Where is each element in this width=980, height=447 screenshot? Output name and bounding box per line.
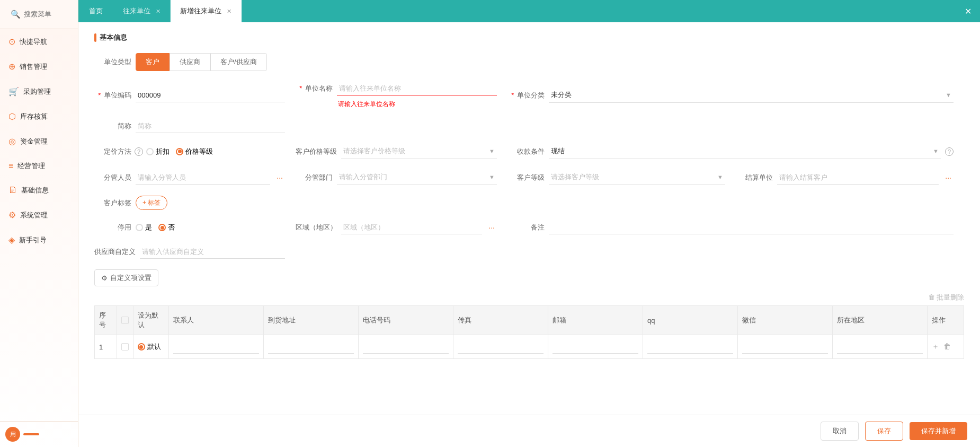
cell-contact[interactable] [169, 335, 264, 359]
form-content: 基本信息 单位类型 客户 供应商 客户/供应商 * 单位编码 [78, 22, 980, 415]
manager-more-btn[interactable]: ··· [274, 173, 285, 182]
row-fax-input[interactable] [458, 340, 544, 354]
row-wechat-input[interactable] [742, 340, 828, 354]
sidebar-item-basic[interactable]: 🖹 基础信息 [0, 178, 78, 203]
department-arrow: ▼ [489, 174, 495, 180]
tab-add-vendor[interactable]: 新增往来单位 ✕ [171, 0, 242, 22]
sidebar-item-purchase[interactable]: 🛒 采购管理 [0, 79, 78, 104]
add-tag-button[interactable]: + 标签 [136, 196, 167, 210]
tabs-bar: 首页 往来单位 ✕ 新增往来单位 ✕ ✕ [78, 0, 980, 22]
radio-discount-label: 折扣 [156, 147, 170, 156]
short-name-input[interactable] [136, 119, 285, 133]
unit-type-buttons: 客户 供应商 客户/供应商 [136, 53, 267, 71]
pricing-help-icon[interactable]: ? [135, 147, 143, 156]
sidebar-item-operation[interactable]: ≡ 经营管理 [0, 154, 78, 178]
department-placeholder: 请输入分管部门 [339, 172, 489, 182]
cell-region[interactable] [832, 335, 927, 359]
radio-level-circle [176, 148, 183, 155]
purchase-icon: 🛒 [8, 86, 19, 97]
type-btn-customer[interactable]: 客户 [136, 53, 170, 71]
type-btn-both[interactable]: 客户/供应商 [210, 53, 267, 71]
delete-row-icon[interactable]: 🗑 [943, 342, 951, 352]
payment-terms-help-icon[interactable]: ? [945, 147, 954, 156]
cell-phone[interactable] [359, 335, 453, 359]
table-body: 1 默认 [95, 335, 964, 359]
custom-settings-button[interactable]: ⚙ 自定义项设置 [94, 269, 158, 286]
customer-level-select[interactable]: 请选择客户等级 ▼ [549, 170, 725, 185]
customer-tag-group: 客户标签 + 标签 [94, 196, 964, 210]
add-row-icon[interactable]: ＋ [932, 342, 939, 352]
pricing-radio-group: 折扣 价格等级 [146, 147, 213, 156]
payment-terms-group: 收款条件 现结 ▼ ? [507, 144, 964, 159]
customer-level-group: 客户等级 请选择客户等级 ▼ [507, 170, 736, 185]
tab-add-vendor-close[interactable]: ✕ [227, 8, 231, 15]
short-name-group: 简称 [94, 119, 296, 133]
payment-terms-select[interactable]: 现结 ▼ [549, 144, 941, 159]
sidebar-item-label: 经营管理 [17, 161, 45, 171]
batch-delete-label[interactable]: 批量删除 [937, 293, 964, 301]
tab-home-label: 首页 [89, 6, 103, 16]
sidebar-item-sales[interactable]: ⊕ 销售管理 [0, 54, 78, 79]
tab-vendor-list[interactable]: 往来单位 ✕ [113, 0, 171, 22]
tab-home[interactable]: 首页 [78, 0, 113, 22]
cancel-button[interactable]: 取消 [821, 422, 859, 441]
row-default-radio[interactable]: 默认 [138, 342, 164, 352]
region-more-btn[interactable]: ··· [486, 223, 497, 232]
manager-input[interactable] [136, 171, 270, 185]
sidebar-item-finance[interactable]: ◎ 资金管理 [0, 129, 78, 154]
row-region-input[interactable] [837, 340, 923, 354]
supplier-custom-input[interactable] [140, 245, 285, 259]
basic-icon: 🖹 [8, 186, 17, 195]
header-checkbox[interactable] [121, 317, 129, 324]
remark-input[interactable] [549, 221, 954, 234]
disabled-radio-no[interactable]: 否 [158, 223, 175, 232]
delete-icon: 🗑 [928, 293, 935, 301]
cell-seq: 1 [95, 335, 117, 359]
customer-level-placeholder: 请选择客户等级 [551, 172, 717, 182]
row-contact-input[interactable] [173, 340, 259, 354]
sidebar-item-inventory[interactable]: ⬡ 库存核算 [0, 104, 78, 129]
close-all-button[interactable]: ✕ [956, 6, 980, 16]
row-email-input[interactable] [553, 340, 638, 354]
col-phone: 电话号码 [359, 306, 453, 335]
type-btn-supplier[interactable]: 供应商 [170, 53, 210, 71]
cell-wechat[interactable] [738, 335, 833, 359]
remark-label: 备注 [507, 223, 545, 232]
unit-category-value: 未分类 [551, 90, 946, 100]
sidebar-item-quick-nav[interactable]: ⊙ 快捷导航 [0, 29, 78, 54]
unit-category-select[interactable]: 未分类 ▼ [549, 87, 954, 103]
cell-fax[interactable] [453, 335, 548, 359]
tab-vendor-list-close[interactable]: ✕ [156, 8, 161, 15]
unit-name-input[interactable] [337, 82, 497, 95]
row-qq-input[interactable] [647, 340, 733, 354]
pricing-radio-level[interactable]: 价格等级 [176, 147, 213, 156]
sidebar-item-newbie[interactable]: ◈ 新手引导 [0, 227, 78, 252]
col-region: 所在地区 [832, 306, 927, 335]
batch-delete-area: 🗑 批量删除 [94, 293, 964, 302]
disabled-radio-no-label: 否 [168, 223, 175, 232]
unit-code-input[interactable] [136, 89, 285, 102]
unit-type-group: 单位类型 客户 供应商 客户/供应商 [94, 53, 964, 71]
region-input[interactable] [341, 221, 482, 234]
row-checkbox[interactable] [121, 343, 129, 350]
row-address-input[interactable] [268, 340, 354, 354]
disabled-radio-yes[interactable]: 是 [136, 223, 152, 232]
department-select[interactable]: 请输入分管部门 ▼ [337, 170, 497, 185]
cell-email[interactable] [548, 335, 643, 359]
customer-tag-label: 客户标签 [94, 198, 131, 208]
cell-address[interactable] [264, 335, 359, 359]
save-button[interactable]: 保存 [865, 422, 903, 441]
settlement-unit-input[interactable] [777, 171, 939, 185]
save-new-button[interactable]: 保存并新增 [910, 422, 967, 440]
sidebar-search-item[interactable]: 🔍 搜索菜单 [5, 5, 73, 23]
sidebar-item-label: 系统管理 [20, 211, 48, 220]
customer-price-level-select[interactable]: 请选择客户价格等级 ▼ [341, 144, 497, 159]
settlement-unit-more-btn[interactable]: ··· [943, 173, 954, 182]
cell-qq[interactable] [643, 335, 737, 359]
sidebar-item-system[interactable]: ⚙ 系统管理 [0, 203, 78, 227]
unit-code-row: * 单位编码 * 单位名称 请输入往来单位名称 [94, 82, 964, 109]
row-phone-input[interactable] [363, 340, 449, 354]
pricing-radio-discount[interactable]: 折扣 [146, 147, 170, 156]
manager-group: 分管人员 ··· [94, 171, 296, 185]
unit-category-group: * 单位分类 未分类 ▼ [507, 87, 964, 103]
